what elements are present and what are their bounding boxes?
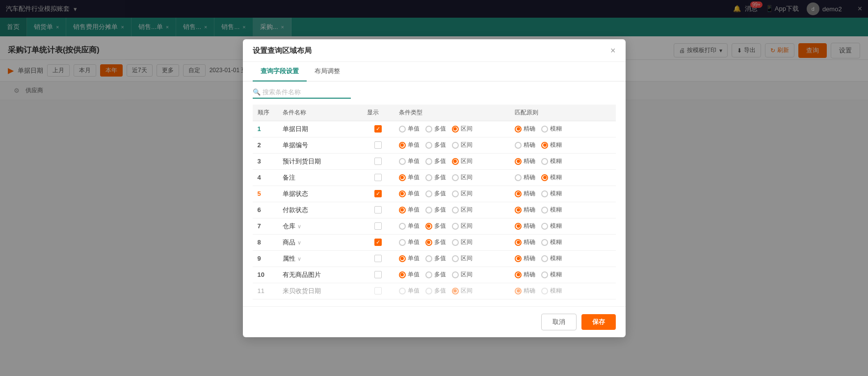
type-option-区间[interactable]: 区间 bbox=[452, 189, 473, 198]
type-option-单值[interactable]: 单值 bbox=[399, 157, 420, 165]
match-option-精确[interactable]: 精确 bbox=[515, 141, 535, 149]
cancel-button[interactable]: 取消 bbox=[541, 314, 577, 330]
row-name: 备注 bbox=[278, 169, 362, 186]
row-show[interactable] bbox=[362, 137, 394, 153]
type-option-区间[interactable]: 区间 bbox=[452, 238, 473, 246]
match-option-模糊[interactable]: 模糊 bbox=[541, 254, 562, 263]
type-option-多值[interactable]: 多值 bbox=[425, 157, 446, 165]
type-option-多值[interactable]: 多值 bbox=[425, 270, 446, 279]
match-option-模糊[interactable]: 模糊 bbox=[541, 270, 562, 279]
row-order: 8 bbox=[253, 234, 278, 250]
match-option-模糊[interactable]: 模糊 bbox=[541, 173, 562, 182]
row-type: 单值 多值 区间 bbox=[394, 169, 510, 186]
match-option-模糊[interactable]: 模糊 bbox=[541, 206, 562, 214]
row-order: 10 bbox=[253, 267, 278, 283]
match-option-模糊[interactable]: 模糊 bbox=[541, 222, 562, 230]
show-checkbox[interactable] bbox=[374, 255, 382, 262]
match-option-精确[interactable]: 精确 bbox=[515, 206, 535, 214]
row-show[interactable] bbox=[362, 202, 394, 218]
type-option-区间[interactable]: 区间 bbox=[452, 141, 473, 149]
type-option-多值[interactable]: 多值 bbox=[425, 222, 446, 230]
type-radio-多值 bbox=[425, 288, 432, 295]
type-option-区间[interactable]: 区间 bbox=[452, 270, 473, 279]
type-option-区间[interactable]: 区间 bbox=[452, 157, 473, 165]
type-option-单值[interactable]: 单值 bbox=[399, 125, 420, 133]
type-option-单值[interactable]: 单值 bbox=[399, 238, 420, 246]
type-option-多值[interactable]: 多值 bbox=[425, 287, 446, 295]
match-option-精确[interactable]: 精确 bbox=[515, 222, 535, 230]
type-option-区间[interactable]: 区间 bbox=[452, 222, 473, 230]
show-checkbox[interactable] bbox=[374, 141, 382, 149]
modal-body: 🔍 顺序 条件名称 显示 bbox=[243, 81, 626, 306]
match-option-模糊[interactable]: 模糊 bbox=[541, 141, 562, 149]
match-option-精确[interactable]: 精确 bbox=[515, 287, 535, 295]
type-option-单值[interactable]: 单值 bbox=[399, 287, 420, 295]
row-show[interactable] bbox=[362, 283, 394, 299]
match-option-模糊[interactable]: 模糊 bbox=[541, 157, 562, 165]
match-option-模糊[interactable]: 模糊 bbox=[541, 287, 562, 295]
type-radio-区间 bbox=[452, 288, 459, 295]
row-show[interactable] bbox=[362, 218, 394, 234]
modal-tab-query-fields[interactable]: 查询字段设置 bbox=[253, 62, 307, 81]
match-option-精确[interactable]: 精确 bbox=[515, 125, 535, 133]
match-option-精确[interactable]: 精确 bbox=[515, 238, 535, 246]
show-checkbox[interactable] bbox=[374, 287, 382, 295]
modal-overlay[interactable]: 设置查询区域布局 × 查询字段设置 布局调整 🔍 bbox=[0, 0, 868, 376]
show-checkbox[interactable] bbox=[374, 158, 382, 165]
match-option-精确[interactable]: 精确 bbox=[515, 173, 535, 182]
row-show[interactable] bbox=[362, 121, 394, 137]
table-row: 6 付款状态 单值 多值 区间 精确 bbox=[253, 202, 616, 218]
table-row: 11 来贝收货日期 单值 多值 区间 精确 bbox=[253, 283, 616, 299]
type-option-区间[interactable]: 区间 bbox=[452, 254, 473, 263]
modal-close-button[interactable]: × bbox=[610, 46, 616, 55]
modal-header: 设置查询区域布局 × bbox=[243, 39, 626, 62]
match-option-模糊[interactable]: 模糊 bbox=[541, 189, 562, 198]
type-radio-区间 bbox=[452, 158, 459, 165]
type-option-单值[interactable]: 单值 bbox=[399, 141, 420, 149]
match-radio-精确 bbox=[515, 158, 522, 165]
modal-tab-layout-adjust[interactable]: 布局调整 bbox=[307, 62, 348, 81]
row-show[interactable] bbox=[362, 169, 394, 186]
match-option-精确[interactable]: 精确 bbox=[515, 189, 535, 198]
row-show[interactable] bbox=[362, 153, 394, 169]
type-option-区间[interactable]: 区间 bbox=[452, 206, 473, 214]
type-option-多值[interactable]: 多值 bbox=[425, 238, 446, 246]
type-option-单值[interactable]: 单值 bbox=[399, 189, 420, 198]
modal-search-input[interactable] bbox=[263, 88, 341, 96]
type-option-区间[interactable]: 区间 bbox=[452, 287, 473, 295]
th-match: 匹配原则 bbox=[510, 105, 615, 121]
type-option-单值[interactable]: 单值 bbox=[399, 206, 420, 214]
type-option-单值[interactable]: 单值 bbox=[399, 173, 420, 182]
type-option-多值[interactable]: 多值 bbox=[425, 125, 446, 133]
match-option-精确[interactable]: 精确 bbox=[515, 157, 535, 165]
row-show[interactable] bbox=[362, 250, 394, 267]
match-option-模糊[interactable]: 模糊 bbox=[541, 125, 562, 133]
row-show[interactable] bbox=[362, 186, 394, 202]
type-option-单值[interactable]: 单值 bbox=[399, 270, 420, 279]
show-checkbox[interactable] bbox=[374, 222, 382, 230]
modal: 设置查询区域布局 × 查询字段设置 布局调整 🔍 bbox=[243, 39, 626, 337]
show-checkbox[interactable] bbox=[374, 206, 382, 214]
type-option-单值[interactable]: 单值 bbox=[399, 222, 420, 230]
type-option-单值[interactable]: 单值 bbox=[399, 254, 420, 263]
type-option-多值[interactable]: 多值 bbox=[425, 189, 446, 198]
type-option-多值[interactable]: 多值 bbox=[425, 254, 446, 263]
show-checkbox[interactable] bbox=[374, 271, 382, 278]
row-order: 9 bbox=[253, 250, 278, 267]
row-show[interactable] bbox=[362, 267, 394, 283]
match-option-精确[interactable]: 精确 bbox=[515, 270, 535, 279]
type-option-多值[interactable]: 多值 bbox=[425, 141, 446, 149]
type-option-区间[interactable]: 区间 bbox=[452, 173, 473, 182]
show-checkbox[interactable] bbox=[374, 125, 382, 133]
type-option-多值[interactable]: 多值 bbox=[425, 173, 446, 182]
type-option-多值[interactable]: 多值 bbox=[425, 206, 446, 214]
match-option-精确[interactable]: 精确 bbox=[515, 254, 535, 263]
type-option-区间[interactable]: 区间 bbox=[452, 125, 473, 133]
show-checkbox[interactable] bbox=[374, 239, 382, 246]
row-match: 精确 模糊 bbox=[510, 267, 615, 283]
save-button[interactable]: 保存 bbox=[581, 314, 616, 330]
show-checkbox[interactable] bbox=[374, 174, 382, 181]
row-show[interactable] bbox=[362, 234, 394, 250]
show-checkbox[interactable] bbox=[374, 190, 382, 197]
match-option-模糊[interactable]: 模糊 bbox=[541, 238, 562, 246]
